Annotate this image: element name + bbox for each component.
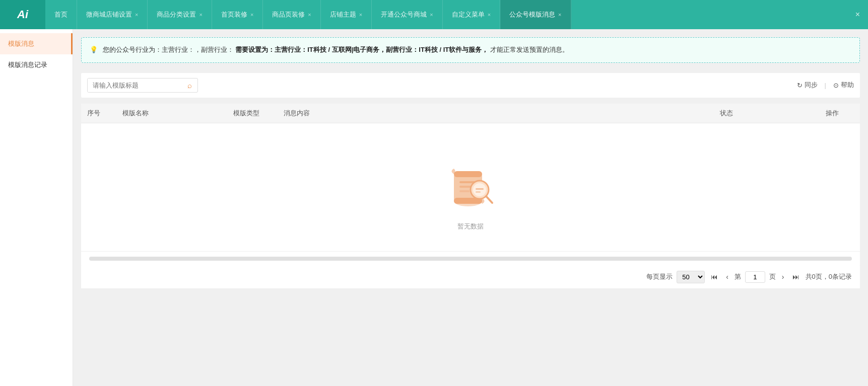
scroll-bar-area bbox=[81, 251, 860, 266]
nav-tab-homepage-decor[interactable]: 首页装修 × bbox=[212, 0, 263, 29]
th-template-type: 模版类型 bbox=[227, 104, 278, 123]
first-page-button[interactable]: ⏮ bbox=[709, 272, 720, 282]
svg-rect-6 bbox=[459, 190, 470, 192]
nav-tab-shop-settings[interactable]: 微商城店铺设置 × bbox=[77, 0, 148, 29]
empty-state: 暂无数据 bbox=[81, 123, 860, 251]
nav-tab-home[interactable]: 首页 bbox=[45, 0, 77, 29]
content-area: 💡 您的公众号行业为：主营行业：，副营行业： 需要设置为：主营行业：IT科技 /… bbox=[73, 29, 868, 386]
svg-rect-11 bbox=[476, 191, 481, 193]
help-button[interactable]: ⊙ 帮助 bbox=[833, 81, 854, 90]
nav-tab-custom-menu[interactable]: 自定义菜单 × bbox=[443, 0, 500, 29]
nav-tab-theme[interactable]: 店铺主题 × bbox=[321, 0, 372, 29]
search-icon: ⌕ bbox=[187, 81, 192, 90]
close-tab-category[interactable]: × bbox=[199, 12, 202, 18]
sidebar-item-template-msg[interactable]: 模版消息 bbox=[0, 33, 73, 54]
page-size-label: 每页显示 bbox=[646, 272, 673, 281]
nav-tab-template-msg[interactable]: 公众号模版消息 × bbox=[500, 0, 571, 29]
main-layout: 模版消息 模版消息记录 💡 您的公众号行业为：主营行业：，副营行业： 需要设置为… bbox=[0, 29, 868, 386]
search-button[interactable]: ⌕ bbox=[183, 81, 196, 90]
close-all-tabs-button[interactable]: × bbox=[847, 0, 868, 29]
sync-icon: ↻ bbox=[797, 82, 803, 89]
toolbar-divider: | bbox=[825, 82, 826, 89]
page-prefix: 第 bbox=[735, 272, 741, 281]
help-icon: ⊙ bbox=[833, 82, 839, 89]
page-unit: 页 bbox=[769, 272, 776, 281]
empty-text: 暂无数据 bbox=[457, 222, 484, 231]
last-page-button[interactable]: ⏭ bbox=[790, 272, 802, 282]
page-size-select[interactable]: 50 20 100 bbox=[677, 271, 705, 283]
svg-line-9 bbox=[486, 196, 492, 203]
th-action: 操作 bbox=[805, 104, 860, 123]
logo: Ai bbox=[0, 0, 45, 29]
close-tab-template-msg[interactable]: × bbox=[558, 12, 561, 18]
th-template-name: 模版名称 bbox=[116, 104, 227, 123]
next-page-button[interactable]: › bbox=[780, 272, 786, 282]
notice-icon: 💡 bbox=[90, 46, 98, 53]
close-tab-product-decor[interactable]: × bbox=[308, 12, 311, 18]
pagination: 每页显示 50 20 100 ⏮ ‹ 第 页 › ⏭ 共0页，0条记录 bbox=[81, 266, 860, 288]
sidebar-item-template-msg-record[interactable]: 模版消息记录 bbox=[0, 54, 73, 75]
current-page-input[interactable] bbox=[745, 271, 765, 283]
sync-button[interactable]: ↻ 同步 bbox=[797, 81, 818, 90]
th-status: 状态 bbox=[714, 104, 805, 123]
search-right-actions: ↻ 同步 | ⊙ 帮助 bbox=[797, 81, 854, 90]
close-tab-custom-menu[interactable]: × bbox=[488, 12, 491, 18]
th-index: 序号 bbox=[81, 104, 116, 123]
sidebar: 模版消息 模版消息记录 bbox=[0, 29, 73, 386]
search-bar-area: ⌕ ↻ 同步 | ⊙ 帮助 bbox=[81, 73, 860, 98]
th-msg-content: 消息内容 bbox=[278, 104, 714, 123]
close-tab-shop-settings[interactable]: × bbox=[135, 12, 138, 18]
close-tab-theme[interactable]: × bbox=[359, 12, 362, 18]
data-table: 序号 模版名称 模版类型 消息内容 状态 操作 bbox=[81, 104, 860, 266]
horizontal-scrollbar[interactable] bbox=[89, 257, 852, 261]
top-nav-bar: Ai 首页 微商城店铺设置 × 商品分类设置 × 首页装修 × 商品页装修 × … bbox=[0, 0, 868, 29]
total-pages-label: 共0页，0条记录 bbox=[806, 272, 852, 281]
nav-tab-product-decor[interactable]: 商品页装修 × bbox=[263, 0, 320, 29]
empty-state-icon bbox=[440, 153, 501, 214]
notice-box: 💡 您的公众号行业为：主营行业：，副营行业： 需要设置为：主营行业：IT科技 /… bbox=[81, 37, 860, 63]
nav-tabs: 首页 微商城店铺设置 × 商品分类设置 × 首页装修 × 商品页装修 × 店铺主… bbox=[45, 0, 847, 29]
search-input[interactable] bbox=[88, 79, 183, 92]
close-tab-open-mall[interactable]: × bbox=[430, 12, 433, 18]
nav-tab-open-mall[interactable]: 开通公众号商城 × bbox=[372, 0, 442, 29]
table-header: 序号 模版名称 模版类型 消息内容 状态 操作 bbox=[81, 104, 860, 123]
close-tab-homepage-decor[interactable]: × bbox=[250, 12, 253, 18]
nav-tab-category[interactable]: 商品分类设置 × bbox=[148, 0, 212, 29]
prev-page-button[interactable]: ‹ bbox=[724, 272, 730, 282]
svg-rect-2 bbox=[454, 171, 482, 177]
search-input-wrap: ⌕ bbox=[87, 78, 198, 93]
svg-rect-10 bbox=[476, 188, 484, 190]
